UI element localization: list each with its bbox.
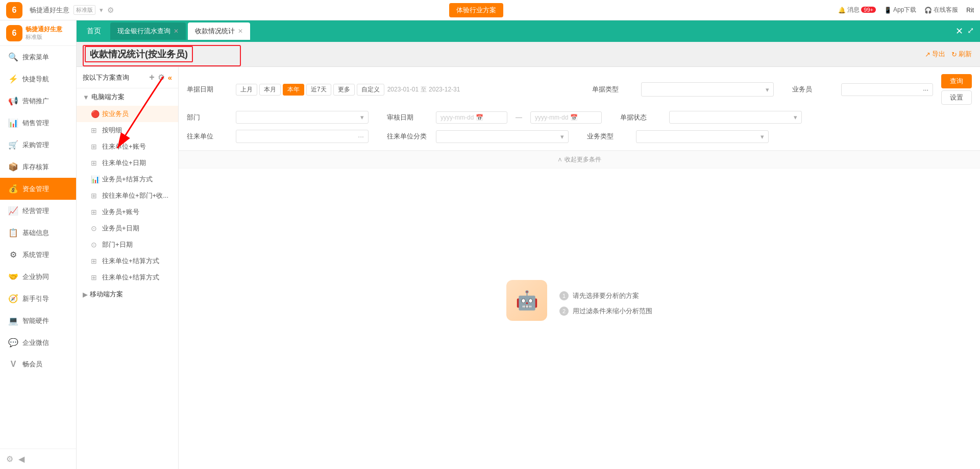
scheme-item-label: 往来单位+日期 [102,158,146,168]
settings-icon[interactable]: ⚙ [107,6,114,15]
review-date-start-value: yyyy-mm-dd [440,114,474,121]
export-button[interactable]: ↗ 导出 [925,50,945,59]
scheme-item-salesperson-settlement[interactable]: 📊 业务员+结算方式 [77,171,178,187]
tab-collection-stats-close[interactable]: ✕ [238,28,243,35]
date-end-value: 2023-12-31 [429,86,460,93]
clock-icon2: ⊙ [91,241,99,249]
scheme-item-dept-date[interactable]: ⊙ 部门+日期 [77,237,178,253]
dots-icon[interactable]: ··· [923,86,928,93]
dropdown-chevron5-icon: ▾ [761,133,764,140]
sidebar-item-inventory[interactable]: 📦 库存核算 [0,156,76,178]
left-panel-actions: + ⚙ « [149,72,172,83]
sidebar-item-basic[interactable]: 📋 基础信息 [0,222,76,244]
sidebar-label-inventory: 库存核算 [22,162,49,172]
scheme-group-mobile-header[interactable]: ▶ 移动端方案 [77,286,178,303]
sidebar-label-enterprise: 企业协同 [22,272,49,282]
sidebar-label-member: 畅会员 [22,360,42,369]
scheme-item-partner-settlement1[interactable]: ⊞ 往来单位+结算方式 [77,253,178,269]
compass-icon: 🧭 [8,294,18,303]
collapse-panel-icon[interactable]: « [168,73,172,82]
scheme-item-salesperson-account[interactable]: ⊞ 业务员+账号 [77,204,178,220]
sidebar-item-finance[interactable]: 💰 资金管理 [0,178,76,200]
tab-bank-flow-close[interactable]: ✕ [174,28,179,35]
settings-bottom-icon[interactable]: ⚙ [6,454,13,464]
date-separator: — [516,113,522,121]
date-btn-this-year[interactable]: 本年 [283,84,304,96]
scheme-item-by-detail[interactable]: ⊞ 按明细 [77,122,178,138]
body-area: 按以下方案查询 + ⚙ « ▼ 电脑端方案 🔴 按业务员 [77,67,980,469]
scheme-group-desktop-header[interactable]: ▼ 电脑端方案 [77,88,178,106]
sidebar-label-operation: 经营管理 [22,206,49,216]
sidebar-item-operation[interactable]: 📈 经营管理 [0,200,76,222]
salesperson-select[interactable]: ··· [841,83,933,96]
biz-type-select[interactable]: ▾ [636,130,769,143]
close-all-icon[interactable]: ✕ [955,26,963,37]
group-expand-icon: ▼ [83,93,89,101]
sidebar: 6 畅捷通好生意 标准版 🔍 搜索菜单 ⚡ 快捷导航 📢 营销推广 📊 销售管理… [0,20,77,469]
scheme-item-salesperson-date[interactable]: ⊙ 业务员+日期 [77,220,178,237]
scheme-item-partner-date[interactable]: ⊞ 往来单位+日期 [77,155,178,171]
sidebar-item-hardware[interactable]: 💻 智能硬件 [0,310,76,332]
try-industry-button[interactable]: 体验行业方案 [449,3,503,17]
step-num-1: 1 [559,291,569,300]
sidebar-item-sales[interactable]: 📊 销售管理 [0,112,76,134]
cart-icon: 🛒 [8,140,18,150]
date-btn-7days[interactable]: 近7天 [306,84,331,96]
doc-type-select[interactable]: ▾ [641,82,774,97]
sidebar-item-member[interactable]: V 畅会员 [0,354,76,375]
collapse-icon[interactable]: ◀ [18,454,24,464]
sidebar-item-search[interactable]: 🔍 搜索菜单 [0,46,76,68]
date-btn-custom[interactable]: 自定义 [357,84,384,96]
group-label-mobile: 移动端方案 [90,290,123,299]
scheme-item-label: 部门+日期 [102,240,133,249]
grid-icon6: ⊞ [91,257,99,265]
sidebar-item-guide[interactable]: 🧭 新手引导 [0,288,76,310]
review-date-start[interactable]: yyyy-mm-dd 📅 [436,111,507,124]
date-btn-this-month[interactable]: 本月 [259,84,281,96]
app-download[interactable]: 📱 App下载 [884,6,916,14]
partner-category-select[interactable]: ▾ [436,130,569,143]
refresh-button[interactable]: ↻ 刷新 [951,50,972,59]
sidebar-item-marketing[interactable]: 📢 营销推广 [0,90,76,112]
scheme-item-partner-dept-coll[interactable]: ⊞ 按往来单位+部门+收... [77,187,178,204]
salesperson-label: 业务员 [792,85,833,94]
date-btn-last-month[interactable]: 上月 [236,84,257,96]
tab-bank-flow-label: 现金银行流水查询 [117,27,170,36]
scheme-item-by-salesperson[interactable]: 🔴 按业务员 [77,106,178,122]
trend-icon: 📈 [8,206,18,216]
filter-row-3: 往来单位 ··· 往来单位分类 ▾ 业务类型 ▾ [187,130,972,143]
settings-button[interactable]: 设置 [941,90,972,105]
dropdown-icon[interactable]: ▾ [100,6,103,14]
dropdown-chevron3-icon: ▾ [794,113,797,121]
scheme-item-partner-account[interactable]: ⊞ 往来单位+账号 [77,138,178,155]
tab-collection-stats[interactable]: 收款情况统计 ✕ [188,22,250,40]
collapse-bar[interactable]: ∧ 收起更多条件 [179,151,980,169]
add-scheme-icon[interactable]: + [149,72,155,83]
partner-dots-icon[interactable]: ··· [358,132,364,140]
tab-home[interactable]: 首页 [79,20,109,42]
query-button[interactable]: 查询 [941,74,972,88]
dept-select[interactable]: ▾ [236,111,369,124]
scheme-settings-icon[interactable]: ⚙ [158,73,165,82]
date-btn-more[interactable]: 更多 [333,84,355,96]
sidebar-item-enterprise[interactable]: 🤝 企业协同 [0,266,76,288]
sidebar-item-system[interactable]: ⚙ 系统管理 [0,244,76,266]
messages-area[interactable]: 🔔 消息 99+ [838,6,876,14]
review-date-end[interactable]: yyyy-mm-dd 📅 [530,111,602,124]
scheme-item-label: 按业务员 [102,109,129,119]
user-name[interactable]: Rit [966,7,974,14]
breadcrumb-text: 畅捷通好生意 [30,6,69,15]
circle-red-icon: 🔴 [91,110,99,118]
scheme-item-partner-settlement2[interactable]: ⊞ 往来单位+结算方式 [77,269,178,286]
vip-icon: V [8,360,18,369]
sidebar-item-purchase[interactable]: 🛒 采购管理 [0,134,76,156]
tab-bank-flow[interactable]: 现金银行流水查询 ✕ [110,22,186,40]
sidebar-item-quick-nav[interactable]: ⚡ 快捷导航 [0,68,76,90]
doc-status-select[interactable]: ▾ [669,111,802,124]
money-icon: 💰 [8,184,18,194]
partner-select[interactable]: ··· [236,130,369,143]
sidebar-item-wechat[interactable]: 💬 企业微信 [0,332,76,354]
maximize-icon[interactable]: ⤢ [967,26,974,37]
step-2-text: 用过滤条件来缩小分析范围 [573,307,652,316]
online-service[interactable]: 🎧 在线客服 [924,6,958,14]
